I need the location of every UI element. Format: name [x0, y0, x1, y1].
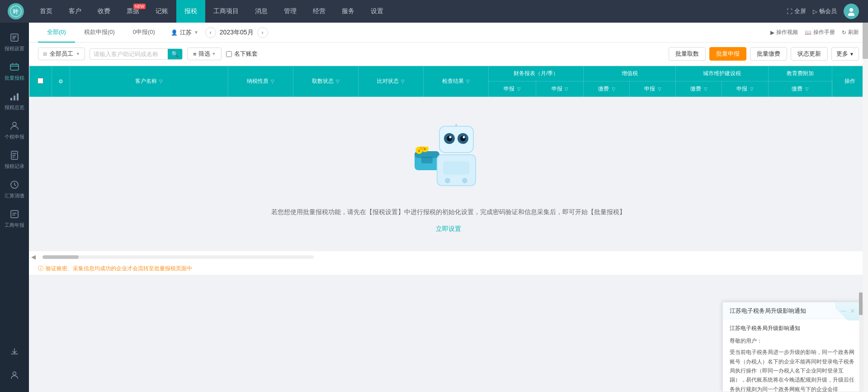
education-tax-label: 教育费附加: [787, 70, 814, 76]
dropdown-icon: ▼: [194, 30, 198, 35]
th-financial-declare[interactable]: 申报 ▽: [488, 81, 536, 97]
th-tax-type[interactable]: 纳税性质 ▽: [228, 66, 293, 97]
tip-text: 验证账密、采集信息均成功的企业才会流转至批量报税页面中: [46, 265, 192, 272]
svg-point-27: [449, 136, 452, 139]
sidebar-label-personal-tax: 个税申报: [5, 134, 24, 140]
batch-declare-btn[interactable]: 批量申报: [709, 47, 746, 61]
period-prev-btn[interactable]: ‹: [205, 27, 216, 38]
right-scrollbar[interactable]: [863, 23, 868, 392]
sidebar-item-batch-tax[interactable]: 批量报税: [0, 57, 29, 86]
table-container: ⚙ 客户名称 ▽ 纳税性质 ▽ 取数状态 ▽ 比对状态: [29, 66, 868, 251]
th-city-tax-pay[interactable]: 缴费 ▽: [676, 81, 722, 97]
select-all-checkbox[interactable]: [38, 78, 43, 84]
operation-video-btn[interactable]: ▶ 操作视频: [770, 29, 798, 36]
fullscreen-icon: ⛶: [787, 8, 793, 15]
account-checkbox-text: 名下账套: [234, 50, 258, 58]
batch-pay-btn[interactable]: 批量缴费: [750, 47, 787, 61]
refresh-btn[interactable]: ↻ 刷新: [842, 29, 859, 36]
logo-circle: 叶: [8, 3, 24, 19]
nav-customer[interactable]: 客户: [61, 0, 90, 23]
nav-invoice[interactable]: 票据 NEW: [118, 0, 147, 23]
operation-manual-btn[interactable]: 📖 操作手册: [805, 29, 835, 36]
batch-tax-icon: [9, 61, 20, 73]
scroll-left-arrow[interactable]: ◀: [29, 253, 38, 260]
sidebar-user[interactable]: [0, 364, 29, 385]
th-check-result[interactable]: 检查结果 ▽: [423, 66, 488, 97]
sidebar-item-tax-record[interactable]: 报税记录: [0, 145, 29, 174]
user-avatar[interactable]: [844, 4, 859, 19]
svg-rect-32: [443, 161, 469, 175]
nav-message[interactable]: 消息: [247, 0, 276, 23]
tab-all[interactable]: 全部(0): [38, 23, 75, 43]
th-compare-status[interactable]: 比对状态 ▽: [358, 66, 423, 97]
app-logo[interactable]: 叶: [5, 0, 27, 23]
th-vat-pay[interactable]: 缴费 ▽: [584, 81, 630, 97]
search-input[interactable]: [94, 51, 166, 57]
robot-illustration: ¥ ¥: [412, 124, 485, 196]
fetch-status-filter-icon: ▽: [336, 79, 340, 84]
tax-type-label: 纳税性质: [247, 78, 269, 84]
horizontal-scrollbar[interactable]: [42, 255, 314, 259]
employee-select[interactable]: ⊞ 全部员工 ▼: [38, 48, 85, 60]
sidebar-download[interactable]: [0, 341, 29, 362]
sidebar-item-annual-report[interactable]: 工商年报: [0, 204, 29, 233]
more-btn[interactable]: 更多 ▼: [831, 47, 859, 61]
sidebar-label-settlement: 汇算清缴: [5, 192, 24, 199]
sidebar-item-tax-settings[interactable]: 报税设置: [0, 27, 29, 57]
f-declare-filter-icon: ▽: [517, 86, 521, 91]
edu-declare-filter-icon: ▽: [750, 86, 754, 91]
th-city-tax-declare[interactable]: 申报 ▽: [630, 81, 676, 97]
nav-home[interactable]: 首页: [32, 0, 61, 23]
period-next-btn[interactable]: ›: [257, 27, 268, 38]
batch-fetch-btn[interactable]: 批量取数: [669, 47, 706, 61]
right-scrollbar-thumb: [863, 23, 868, 59]
fullscreen-btn[interactable]: ⛶ 全屏: [787, 7, 806, 15]
nav-manage[interactable]: 管理: [276, 0, 305, 23]
sidebar-bottom: [0, 341, 29, 392]
th-edu-declare[interactable]: 申报 ▽: [722, 81, 768, 97]
city-declare-filter-icon: ▽: [658, 86, 661, 91]
th-fetch-status[interactable]: 取数状态 ▽: [293, 66, 358, 97]
sidebar-item-tax-overview[interactable]: 报税总览: [0, 86, 29, 115]
nav-items: 首页 客户 收费 票据 NEW 记账 报税 工商项目 消息 管理 经营 服务 设…: [32, 0, 787, 23]
svg-point-3: [848, 13, 854, 16]
notification-popup: 江苏电子税务局升级影响通知 — ✕ 江苏电子税务局升级影响通知 尊敬的用户： 受…: [722, 302, 863, 392]
nav-settings[interactable]: 设置: [363, 0, 392, 23]
filter-button[interactable]: ≡ 筛选 ▼: [187, 48, 222, 60]
status-update-btn[interactable]: 状态更新: [791, 47, 828, 61]
svg-rect-5: [10, 64, 19, 70]
search-button[interactable]: 🔍: [168, 49, 182, 59]
th-customer-name[interactable]: 客户名称 ▽: [70, 66, 228, 97]
tab-tax-declare[interactable]: 税款申报(0): [75, 23, 124, 43]
th-edu-pay[interactable]: 缴费 ▽: [768, 81, 832, 97]
settings-icon: ⚙: [58, 78, 63, 85]
city-tax-declare-label: 申报: [644, 86, 655, 92]
svg-text:¥: ¥: [424, 147, 426, 151]
setup-link[interactable]: 立即设置: [436, 225, 461, 233]
svg-point-2: [849, 8, 853, 12]
nav-operation[interactable]: 经营: [305, 0, 334, 23]
tab-zero-declare[interactable]: 0申报(0): [124, 23, 164, 43]
sidebar: 报税设置 批量报税 报税总览 个税申报: [0, 23, 29, 392]
th-vat-declare[interactable]: 申报 ▽: [536, 81, 584, 97]
member-btn[interactable]: ▷ 畅会员: [813, 7, 837, 15]
operation-video-label: 操作视频: [776, 29, 798, 36]
compare-status-label: 比对状态: [377, 78, 399, 84]
account-checkbox[interactable]: [226, 51, 232, 57]
refresh-icon: ↻: [842, 29, 846, 36]
nav-fee[interactable]: 收费: [90, 0, 118, 23]
notif-side-scrollbar[interactable]: [859, 292, 863, 392]
nav-business[interactable]: 工商项目: [205, 0, 247, 23]
svg-text:叶: 叶: [13, 9, 19, 15]
scrollbar-thumb: [42, 255, 79, 259]
account-checkbox-label[interactable]: 名下账套: [226, 50, 258, 58]
sidebar-item-settlement[interactable]: 汇算清缴: [0, 174, 29, 204]
region-selector[interactable]: 👤 江苏 ▼: [164, 29, 205, 37]
nav-service[interactable]: 服务: [334, 0, 363, 23]
nav-bookkeeping[interactable]: 记账: [147, 0, 176, 23]
nav-tax[interactable]: 报税: [176, 0, 205, 23]
sidebar-item-personal-tax[interactable]: 个税申报: [0, 115, 29, 145]
employee-dropdown-icon: ▼: [76, 52, 80, 56]
city-tax-label: 城市维护建设税: [703, 70, 741, 76]
th-gear[interactable]: ⚙: [52, 66, 70, 97]
